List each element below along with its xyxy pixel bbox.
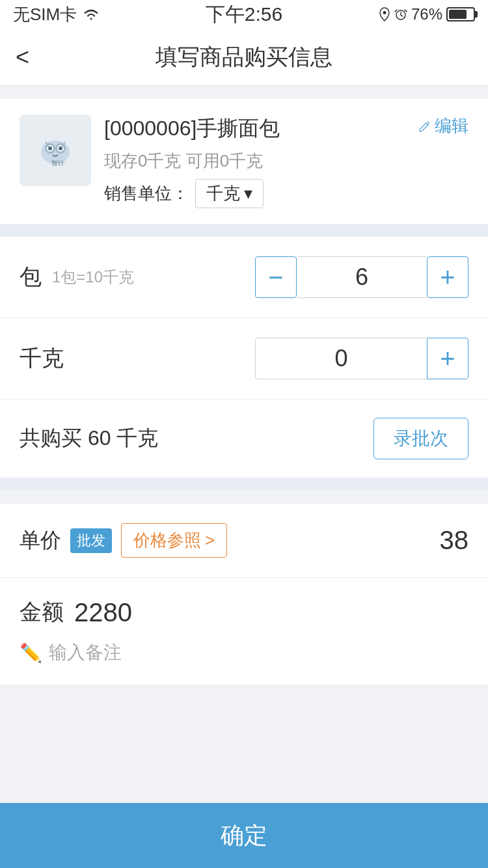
qty-unit-bao: 包 — [20, 262, 42, 292]
back-button[interactable]: < — [16, 44, 29, 71]
qty-plus-bao[interactable]: + — [427, 256, 468, 298]
price-ref-button[interactable]: 价格参照 > — [121, 523, 227, 558]
section-divider-1 — [0, 224, 488, 237]
section-divider-2 — [0, 478, 488, 491]
edit-icon — [418, 119, 432, 133]
price-badge: 批发 — [70, 528, 112, 553]
price-text: 单价 — [20, 526, 61, 555]
qty-input-bao[interactable] — [297, 256, 427, 298]
alarm-icon — [394, 7, 407, 21]
edit-button[interactable]: 编辑 — [418, 115, 468, 137]
unit-value: 千克 — [206, 182, 240, 205]
quantity-row-bao: 包 1包=10千克 − + — [0, 237, 488, 318]
amount-value: 2280 — [74, 598, 132, 627]
product-unit-row: 销售单位： 千克 ▾ — [104, 179, 468, 208]
price-section: 单价 批发 价格参照 > 38 — [0, 491, 488, 578]
status-bar: 无SIM卡 下午2:56 76% — [0, 0, 488, 29]
nav-bar: < 填写商品购买信息 — [0, 29, 488, 86]
price-ref-label: 价格参照 — [133, 529, 201, 552]
note-icon: ✏️ — [20, 642, 42, 664]
qty-input-kg[interactable] — [255, 338, 427, 379]
total-row: 共购买 60 千克 录批次 — [0, 400, 488, 478]
price-ref-arrow: > — [205, 530, 215, 550]
carrier-text: 无SIM卡 — [13, 3, 77, 26]
location-icon — [379, 7, 390, 21]
product-info: [0000006]手撕面包 现存0千克 可用0千克 销售单位： 千克 ▾ — [104, 115, 468, 208]
note-placeholder: 输入备注 — [49, 640, 122, 665]
product-card: 智计 [0000006]手撕面包 现存0千克 可用0千克 销售单位： 千克 ▾ … — [0, 99, 488, 224]
svg-point-0 — [383, 11, 386, 14]
page-title: 填写商品购买信息 — [156, 42, 332, 72]
qty-label-bao: 包 1包=10千克 — [20, 262, 255, 292]
confirm-button[interactable]: 确定 — [0, 803, 488, 868]
price-label: 单价 批发 价格参照 > — [20, 523, 427, 558]
unit-label: 销售单位： — [104, 182, 189, 205]
status-icons: 76% — [379, 5, 475, 23]
product-thumbnail: 智计 — [20, 115, 91, 186]
qty-control-bao: − + — [255, 256, 468, 298]
product-stock: 现存0千克 可用0千克 — [104, 150, 468, 172]
unit-select[interactable]: 千克 ▾ — [195, 179, 264, 208]
note-row[interactable]: ✏️ 输入备注 — [20, 640, 468, 685]
price-row: 单价 批发 价格参照 > 38 — [0, 504, 488, 578]
total-label: 共购买 60 千克 — [20, 424, 158, 453]
qty-minus-bao[interactable]: − — [255, 256, 297, 298]
battery-icon — [446, 7, 475, 21]
quantity-section: 包 1包=10千克 − + 千克 + — [0, 237, 488, 400]
qty-sublabel-bao: 1包=10千克 — [52, 267, 134, 288]
qty-unit-kg: 千克 — [20, 344, 64, 373]
unit-dropdown-arrow: ▾ — [244, 183, 252, 204]
owl-logo: 智计 — [36, 134, 75, 167]
wifi-icon — [82, 7, 100, 21]
qty-plus-kg[interactable]: + — [427, 338, 468, 379]
edit-label: 编辑 — [435, 115, 468, 137]
battery-percent: 76% — [411, 5, 442, 23]
svg-text:智计: 智计 — [51, 159, 64, 167]
qty-label-kg: 千克 — [20, 344, 255, 373]
price-value: 38 — [427, 526, 469, 555]
batch-button[interactable]: 录批次 — [373, 418, 468, 459]
product-name: [0000006]手撕面包 — [104, 115, 468, 143]
quantity-row-kg: 千克 + — [0, 318, 488, 400]
amount-section: 金额 2280 ✏️ 输入备注 — [0, 578, 488, 685]
amount-label: 金额 — [20, 597, 64, 627]
qty-control-kg: + — [255, 338, 468, 379]
status-time: 下午2:56 — [206, 1, 282, 28]
status-carrier: 无SIM卡 — [13, 3, 100, 26]
amount-row: 金额 2280 — [20, 597, 468, 627]
